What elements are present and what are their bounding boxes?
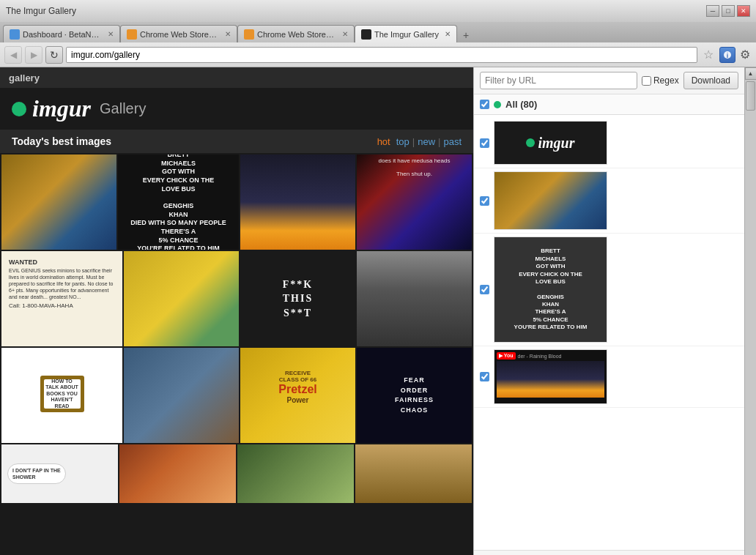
panel-item-imgur-logo[interactable]: imgur <box>474 118 744 168</box>
address-bar: ◀ ▶ ↻ ☆ i ⚙ <box>0 42 756 67</box>
panel-thumb-bird <box>494 171 607 230</box>
panel-search <box>474 550 744 555</box>
refresh-button[interactable]: ↻ <box>45 46 63 64</box>
imgur-logo-text: imgur <box>32 95 91 122</box>
extension-panel: Regex Download All (80) imgur <box>473 67 744 555</box>
panel-item-cb-2[interactable] <box>480 196 489 206</box>
nav-top[interactable]: top <box>396 136 410 147</box>
grid-item-crowd[interactable] <box>237 444 354 503</box>
tools-icon[interactable]: ⚙ <box>738 48 752 62</box>
grid-item-bird[interactable] <box>1 154 116 250</box>
tab-favicon-1 <box>10 29 20 40</box>
grid-item-text1[interactable]: BRETTMICHAELSGOT WITHEVERY CHICK ON THEL… <box>118 154 239 250</box>
grid-shower-content: I DON'T FAP IN THESHOWER <box>1 444 118 503</box>
nav-past[interactable]: past <box>443 136 462 147</box>
new-tab-button[interactable]: + <box>457 28 475 42</box>
tab-favicon-3 <box>244 29 254 40</box>
panel-item-bird[interactable] <box>474 168 744 234</box>
panel-item-concert[interactable]: ▶ You der - Raining Blood <box>474 346 744 408</box>
nav-new[interactable]: new <box>418 136 435 147</box>
panel-item-cb-3[interactable] <box>480 285 489 294</box>
grid-item-woman[interactable] <box>119 444 236 503</box>
grid-item-hipster[interactable] <box>124 348 239 443</box>
grid-pretzel-text: RECEIVECLASS OF 66PretzelPower <box>240 348 355 404</box>
imgur-gallery-word: Gallery <box>100 100 146 117</box>
panel-item-cb-4[interactable] <box>480 372 489 381</box>
grid-row-1: BRETTMICHAELSGOT WITHEVERY CHICK ON THEL… <box>1 154 472 250</box>
scroll-thumb[interactable] <box>746 81 755 111</box>
grid-item-wanted[interactable]: WANTED EVIL GENIUS seeks minions to sacr… <box>1 251 122 346</box>
grid-item-cat[interactable] <box>357 251 472 346</box>
browser-scrollbar[interactable]: ▲ ▼ <box>744 67 756 555</box>
best-images-title: Today's best images <box>12 135 111 147</box>
page-title: The Imgur Gallery <box>6 6 76 16</box>
tabs-bar: Dashboard · BetaNews — ✕ Chrome Web Stor… <box>0 22 756 42</box>
tab-store2[interactable]: Chrome Web Store - Imag... ✕ <box>237 25 355 42</box>
page-content: gallery imgur Gallery Today's best image… <box>0 67 756 555</box>
imgur-header: imgur Gallery <box>0 88 473 130</box>
grid-item-sponge[interactable] <box>124 251 239 346</box>
tab-betanews[interactable]: Dashboard · BetaNews — ✕ <box>3 25 120 42</box>
scroll-up-arrow[interactable]: ▲ <box>745 67 757 80</box>
close-button[interactable]: ✕ <box>737 5 750 17</box>
bookmark-star-icon[interactable]: ☆ <box>700 48 716 62</box>
download-button[interactable]: Download <box>683 72 738 89</box>
grid-wanted-content: WANTED EVIL GENIUS seeks minions to sacr… <box>4 254 119 313</box>
extension-header: Regex Download <box>474 67 744 94</box>
grid-item-shower[interactable]: I DON'T FAP IN THESHOWER <box>1 444 118 503</box>
grid-game-text: does it have medusa headsThen shut up. <box>357 154 472 180</box>
title-bar: The Imgur Gallery ─ □ ✕ <box>0 0 756 22</box>
gallery-label-bar: gallery <box>0 67 473 88</box>
regex-checkbox[interactable] <box>642 76 651 86</box>
maximize-button[interactable]: □ <box>722 5 735 17</box>
tab-favicon-4 <box>361 29 371 40</box>
extension-button[interactable]: i <box>719 47 735 63</box>
regex-label[interactable]: Regex <box>642 75 679 86</box>
grid-item-paris[interactable] <box>355 444 472 503</box>
panel-thumb-text1: BRETTMICHAELSGOT WITHEVERY CHICK ON THEL… <box>494 236 607 343</box>
imgur-logo[interactable]: imgur <box>12 95 91 122</box>
back-button[interactable]: ◀ <box>4 46 22 64</box>
all-images-row[interactable]: All (80) <box>474 94 744 115</box>
filter-input[interactable] <box>480 72 637 89</box>
all-checkbox[interactable] <box>480 100 489 109</box>
grid-joker-content: FEARORDERFAIRNESSCHAOS <box>395 376 434 415</box>
panel-item-text1[interactable]: BRETTMICHAELSGOT WITHEVERY CHICK ON THEL… <box>474 234 744 346</box>
tab-close-3[interactable]: ✕ <box>342 30 348 38</box>
grid-row-2: WANTED EVIL GENIUS seeks minions to sacr… <box>1 251 472 346</box>
panel-text1-content: BRETTMICHAELSGOT WITHEVERY CHICK ON THEL… <box>514 247 588 331</box>
grid-item-concert[interactable] <box>240 154 355 250</box>
scroll-track[interactable] <box>745 80 756 555</box>
grid-item-game[interactable]: does it have medusa headsThen shut up. <box>357 154 472 250</box>
window-controls: ─ □ ✕ <box>706 5 750 17</box>
imgur-dot-icon <box>494 101 501 108</box>
tab-imgur[interactable]: The Imgur Gallery ✕ <box>355 25 457 42</box>
imgur-main: gallery imgur Gallery Today's best image… <box>0 67 473 555</box>
url-input[interactable] <box>66 47 697 63</box>
nav-hot[interactable]: hot <box>377 136 390 147</box>
tab-close-2[interactable]: ✕ <box>225 30 231 38</box>
imgur-logo-icon <box>12 102 26 116</box>
grid-item-book[interactable]: HOW TOTALK ABOUTBOOKS YOUHAVEN'T READ <box>1 348 122 443</box>
tab-store1[interactable]: Chrome Web Store - Exte... ✕ <box>120 25 237 42</box>
panel-thumb-concert: ▶ You der - Raining Blood <box>494 349 607 404</box>
minimize-button[interactable]: ─ <box>706 5 719 17</box>
grid-item-pretzel[interactable]: RECEIVECLASS OF 66PretzelPower <box>240 348 355 443</box>
nav-sep-2: | <box>412 136 415 147</box>
tab-close-1[interactable]: ✕ <box>108 30 114 38</box>
gallery-text: gallery <box>9 72 40 83</box>
tab-favicon-2 <box>127 29 137 40</box>
best-images-bar: Today's best images hot top | new | past <box>0 130 473 153</box>
grid-row-3: HOW TOTALK ABOUTBOOKS YOUHAVEN'T READ RE… <box>1 348 472 443</box>
panel-thumb-imgur-logo: imgur <box>494 121 607 165</box>
panel-item-cb-1[interactable] <box>480 138 489 148</box>
svg-text:i: i <box>727 52 729 59</box>
grid-text1-content: BRETTMICHAELSGOT WITHEVERY CHICK ON THEL… <box>130 154 226 250</box>
image-grid: BRETTMICHAELSGOT WITHEVERY CHICK ON THEL… <box>0 153 473 555</box>
grid-item-darktext[interactable]: F**KTHISS**T <box>240 251 355 346</box>
forward-button[interactable]: ▶ <box>25 46 42 64</box>
extension-icon: i <box>722 50 733 60</box>
tab-close-4[interactable]: ✕ <box>445 30 451 38</box>
grid-item-joker[interactable]: FEARORDERFAIRNESSCHAOS <box>357 348 472 443</box>
all-label: All (80) <box>505 99 537 110</box>
